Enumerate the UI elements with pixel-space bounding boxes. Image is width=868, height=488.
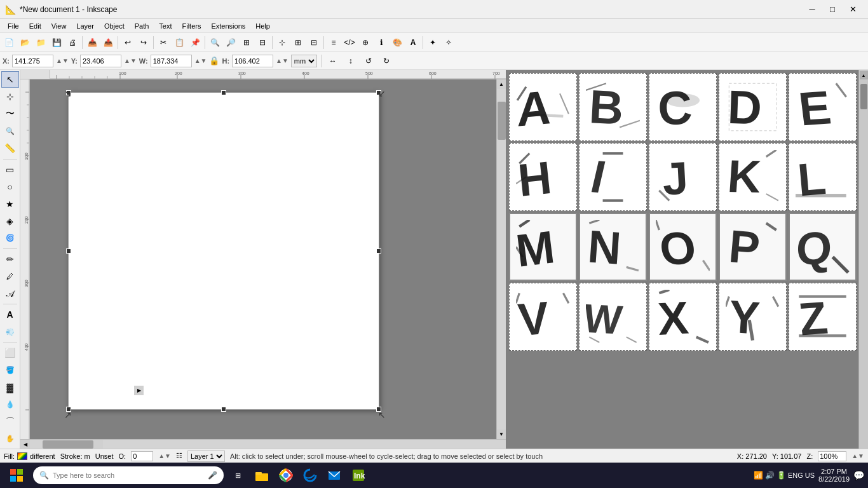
sprite-E[interactable]: E [789, 73, 857, 141]
export-button[interactable]: 📤 [100, 35, 116, 50]
print-button[interactable]: 🖨 [65, 35, 80, 50]
menu-view[interactable]: View [46, 21, 72, 31]
title-bar-controls[interactable]: ─ □ ✕ [802, 3, 863, 17]
menu-path[interactable]: Path [130, 21, 154, 31]
vscroll-thumb2[interactable] [860, 84, 867, 109]
inkscape-taskbar-button[interactable]: Ink [348, 465, 369, 485]
chrome-button[interactable] [276, 465, 296, 485]
zoom-tool[interactable]: 🔍 [1, 123, 19, 139]
sprite-L[interactable]: L [789, 143, 857, 211]
spray-tool[interactable]: 💨 [1, 323, 19, 340]
copy-button[interactable]: 📋 [172, 35, 187, 50]
gradient-tool[interactable]: ▓ [1, 379, 19, 396]
sprite-Y[interactable]: Y [719, 283, 787, 351]
h-input[interactable] [232, 55, 273, 67]
sprite-K[interactable]: K [719, 143, 787, 211]
sprite-C[interactable]: C [649, 73, 717, 141]
cut-button[interactable]: ✂ [156, 35, 171, 50]
v-scrollbar[interactable]: ▲ ▼ [496, 79, 506, 439]
sprite-B[interactable]: B [579, 73, 647, 141]
open-button[interactable]: 📂 [17, 35, 32, 50]
clock[interactable]: 2:07 PM 8/22/2019 [818, 468, 850, 483]
vscroll-up[interactable]: ▲ [497, 79, 506, 89]
edge-button[interactable] [300, 465, 320, 485]
hand-tool[interactable]: ✋ [1, 431, 19, 447]
sprite-Q[interactable]: Q [789, 213, 857, 281]
zoom-out-button[interactable]: 🔎 [223, 35, 238, 50]
menu-edit[interactable]: Edit [24, 21, 46, 31]
zoom-page-button[interactable]: ⊟ [255, 35, 270, 50]
notification-button[interactable]: 💬 [853, 470, 864, 480]
group-button[interactable]: ⊞ [290, 35, 306, 50]
layers-button[interactable]: ⊕ [358, 35, 373, 50]
resize-handle-bc[interactable] [221, 407, 226, 412]
tweak-tool[interactable]: 〜 [1, 105, 19, 122]
unit-select[interactable]: mm px pt in cm [291, 55, 317, 67]
hscroll-thumb[interactable] [43, 440, 93, 449]
save-button[interactable]: 💾 [49, 35, 64, 50]
hscroll-right[interactable]: ▶ [134, 386, 144, 395]
open2-button[interactable]: 📁 [33, 35, 48, 50]
node-tool[interactable]: ⊹ [1, 88, 19, 105]
task-view-button[interactable]: ⊞ [227, 465, 248, 485]
pencil-tool[interactable]: ✏ [1, 251, 19, 268]
spray-button[interactable]: ✦ [425, 35, 440, 50]
y-input[interactable] [80, 55, 121, 67]
flip-v-button[interactable]: ↕ [343, 53, 358, 69]
measure-tool[interactable]: 📏 [1, 140, 19, 156]
network-icon[interactable]: 📶 [754, 471, 763, 480]
xml-button[interactable]: </> [342, 35, 357, 50]
rot-cw-button[interactable]: ↻ [379, 53, 394, 69]
mail-button[interactable] [324, 465, 344, 485]
spray2-button[interactable]: ✧ [441, 35, 456, 50]
volume-icon[interactable]: 🔊 [765, 471, 775, 480]
menu-filters[interactable]: Filters [177, 21, 207, 31]
vscroll-down[interactable]: ▼ [497, 430, 506, 439]
sprite-H[interactable]: H [509, 143, 577, 211]
sprite-O[interactable]: O [649, 213, 717, 281]
fill-swatch[interactable] [17, 452, 27, 460]
fill-tool[interactable]: 🪣 [1, 362, 19, 378]
sprite-J[interactable]: J [649, 143, 717, 211]
rot-ccw-button[interactable]: ↺ [361, 53, 376, 69]
star-tool[interactable]: ★ [1, 196, 19, 212]
search-input[interactable] [53, 471, 204, 479]
text-tool[interactable]: A [1, 306, 19, 323]
objprop-button[interactable]: ℹ [374, 35, 389, 50]
sprite-M[interactable]: M [509, 213, 577, 281]
opacity-input[interactable] [131, 451, 153, 461]
sprite-V[interactable]: V [509, 283, 577, 351]
resize-handle-ml[interactable] [66, 248, 71, 254]
menu-text[interactable]: Text [154, 21, 177, 31]
maximize-button[interactable]: □ [822, 3, 843, 17]
ungroup-button[interactable]: ⊟ [306, 35, 322, 50]
sprite-N[interactable]: N [579, 213, 647, 281]
sprite-Z[interactable]: Z [789, 283, 857, 351]
close-button[interactable]: ✕ [843, 3, 863, 17]
menu-help[interactable]: Help [250, 21, 275, 31]
vscroll-thumb[interactable] [498, 102, 506, 140]
file-explorer-button[interactable] [252, 465, 272, 485]
search-bar[interactable]: 🔍 🎤 [33, 466, 224, 484]
eyedrop-tool[interactable]: 💧 [1, 396, 19, 413]
w-input[interactable] [151, 55, 192, 67]
undo-button[interactable]: ↩ [120, 35, 135, 50]
zoom-in-button[interactable]: 🔍 [207, 35, 222, 50]
select-tool[interactable]: ↖ [1, 71, 19, 88]
x-input[interactable] [12, 55, 53, 67]
flip-h-button[interactable]: ↔ [325, 53, 341, 69]
canvas-scroll[interactable]: ↘ ↗ ↙ ↖ ▲ ▼ [30, 79, 506, 439]
resize-handle-tc[interactable] [221, 90, 226, 95]
start-button[interactable] [4, 464, 29, 487]
3d-box-tool[interactable]: ◈ [1, 213, 19, 229]
sprite-X[interactable]: X [649, 283, 717, 351]
sprite-A[interactable]: A [509, 73, 577, 141]
text-button[interactable]: A [405, 35, 421, 50]
resize-handle-mr[interactable] [376, 248, 381, 254]
hscroll-left[interactable]: ◀ [20, 440, 30, 449]
node-button[interactable]: ⊹ [275, 35, 290, 50]
layer-select[interactable]: Layer 1 [187, 451, 225, 462]
eraser-tool[interactable]: ⬜ [1, 344, 19, 361]
align-button[interactable]: ≡ [326, 35, 341, 50]
minimize-button[interactable]: ─ [802, 3, 822, 17]
